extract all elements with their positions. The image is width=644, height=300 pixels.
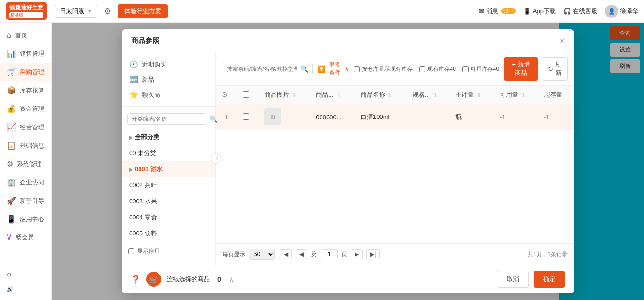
first-page-button[interactable]: |◀ [279,249,292,259]
refresh-label: 刷新 [555,60,561,77]
message-icon: ✉ [479,8,484,15]
cat-item-drinks[interactable]: 0005 饮料 [122,225,215,242]
notification-badge: 99++ [501,8,516,14]
notification-item[interactable]: ✉ 消息 99++ [479,7,516,16]
gear-icon[interactable]: ⚙ [222,91,228,99]
sidebar-item-apps[interactable]: 📱 应用中心 [0,210,51,228]
sidebar: ⌂ 首页 📊 销售管理 🛒 采购管理 📦 库存核算 💰 资金管理 📈 经营管理 … [0,23,52,300]
sidebar-item-guide[interactable]: 🚀 新手引导 [0,192,51,210]
row-image-cell: 图 [259,104,311,130]
enterprise-icon: 🏢 [7,178,16,187]
settings-button[interactable]: ⚙ [101,3,114,19]
filter-by-warehouse[interactable]: 按仓库显示现有库存 [354,65,413,73]
category-search-icon[interactable]: 🔍 [209,115,217,123]
filter-nonzero-available[interactable]: 可用库存≠0 [462,65,499,73]
collapse-icon[interactable]: ∧ [229,275,234,284]
th-name[interactable]: 商品名称 ⇅ [355,86,407,104]
filter-current-checkbox[interactable] [419,66,425,72]
sidebar-label-apps: 应用中心 [20,215,44,224]
th-spec[interactable]: 规格... ⇅ [407,86,450,104]
nav-selector[interactable]: 日太阳膜 ▼ [55,5,97,18]
table-row[interactable]: 1 图 000600... 白酒100ml 瓶 -1 -1 [216,104,574,130]
sales-icon: 📊 [7,49,16,58]
logo-badge: 精品版 [9,12,43,18]
sidebar-item-home[interactable]: ⌂ 首页 [0,26,51,44]
collapse-category-button[interactable]: 《 [211,153,221,164]
product-search-box: 🔍 [223,63,313,75]
row-name: 白酒100ml [355,104,407,130]
sidebar-item-finance[interactable]: 💰 资金管理 [0,100,51,118]
cart-count: 0 [217,275,221,283]
product-search-input[interactable] [227,66,297,72]
filter-nonzero-current[interactable]: 现有库存≠0 [419,65,456,73]
per-page-select[interactable]: 50 100 [249,249,275,260]
sidebar-item-basic[interactable]: 📋 基础信息 [0,136,51,155]
page-input[interactable] [321,249,338,259]
th-code[interactable]: 商品... ⇅ [310,86,355,104]
cat-item-liquor[interactable]: ▶ 0001 酒水 [122,161,215,177]
row-current: -1 [538,104,574,130]
sidebar-volume-btn[interactable]: 🔊 [0,282,51,296]
cart-icon-button[interactable]: 🛒 [146,272,161,287]
products-table: ⚙ 商品图片 ⇅ 商品... ⇅ 商品名称 ⇅ 规格... ⇅ 主计量 ⇅ 可用… [216,86,574,130]
add-product-button[interactable]: + 新增商品 [504,57,538,81]
headset-icon: 🎧 [563,8,571,15]
online-service-label: 在线客服 [573,7,597,16]
cat-label-uncategorized: 00 未分类 [129,149,156,158]
sidebar-item-operation[interactable]: 📈 经营管理 [0,118,51,136]
th-unit[interactable]: 主计量 ⇅ [450,86,494,104]
confirm-button[interactable]: 确定 [534,271,565,288]
shortcut-new[interactable]: 🆕 新品 [122,72,215,87]
filter-warehouse-checkbox[interactable] [354,66,360,72]
cat-item-all[interactable]: ▶ 全部分类 [122,129,215,145]
shortcut-recent[interactable]: 🕐 近期购买 [122,57,215,72]
sidebar-item-system[interactable]: ⚙ 系统管理 [0,155,51,173]
sidebar-label-inventory: 库存核算 [20,86,44,95]
modal-header: 商品参照 × [122,29,574,52]
product-table[interactable]: ⚙ 商品图片 ⇅ 商品... ⇅ 商品名称 ⇅ 规格... ⇅ 主计量 ⇅ 可用… [216,86,574,243]
inventory-icon: 📦 [7,86,16,95]
product-search-icon[interactable]: 🔍 [300,65,308,73]
sort-arrows-code: ⇅ [337,92,340,98]
th-image[interactable]: 商品图片 ⇅ [259,86,311,104]
sort-arrows-image: ⇅ [292,92,296,98]
online-service-item[interactable]: 🎧 在线客服 [563,7,597,16]
trial-button[interactable]: 体验行业方案 [118,4,168,18]
prev-page-button[interactable]: ◀ [296,249,307,259]
nav-right: ✉ 消息 99++ 📱 App下载 🎧 在线客服 👤 徐泽华 [479,5,638,18]
row-checkbox[interactable] [243,113,249,120]
select-all-checkbox[interactable] [243,91,249,98]
th-available[interactable]: 可用量 ⇅ [494,86,538,104]
last-page-button[interactable]: ▶| [366,249,380,259]
sidebar-item-purchase[interactable]: 🛒 采购管理 [0,63,51,81]
cat-item-fruit[interactable]: 0003 水果 [122,193,215,209]
modal-close-button[interactable]: × [559,36,565,45]
sidebar-item-enterprise[interactable]: 🏢 企业协同 [0,173,51,192]
filter-available-checkbox[interactable] [462,66,469,72]
user-item[interactable]: 👤 徐泽华 [605,5,638,18]
sidebar-label-finance: 资金管理 [20,105,44,113]
per-page-label: 每页显示 [223,250,245,258]
sidebar-item-sales[interactable]: 📊 销售管理 [0,44,51,63]
sidebar-item-inventory[interactable]: 📦 库存核算 [0,81,51,100]
refresh-button[interactable]: ↻ 刷新 [542,57,568,81]
sidebar-settings-btn[interactable]: ⚙ [0,268,51,282]
cancel-button[interactable]: 取消 [497,271,529,288]
cat-item-uncategorized[interactable]: 00 未分类 [122,145,215,161]
cat-item-snacks[interactable]: 0004 零食 [122,209,215,225]
app-download-item[interactable]: 📱 App下载 [523,7,556,16]
row-code: 000600... [310,104,355,130]
show-disabled-checkbox[interactable] [128,248,134,254]
cat-item-tea[interactable]: 0002 茶叶 [122,177,215,193]
more-filter-button[interactable]: 🔽 更多条件 ∧ [317,61,349,77]
shortcut-frequent[interactable]: ⭐ 频次高 [122,87,215,102]
footer-right: 取消 确定 [497,271,565,288]
sidebar-item-member[interactable]: V 畅会员 [0,228,51,246]
th-gear[interactable]: ⚙ [216,86,237,104]
cat-label-all: 全部分类 [135,133,159,142]
category-search-input[interactable] [127,113,206,125]
next-page-button[interactable]: ▶ [351,249,363,259]
category-list: ▶ 全部分类 00 未分类 ▶ 0001 酒水 0002 茶 [122,127,215,242]
basic-icon: 📋 [7,141,16,150]
help-icon[interactable]: ❓ [131,275,140,284]
